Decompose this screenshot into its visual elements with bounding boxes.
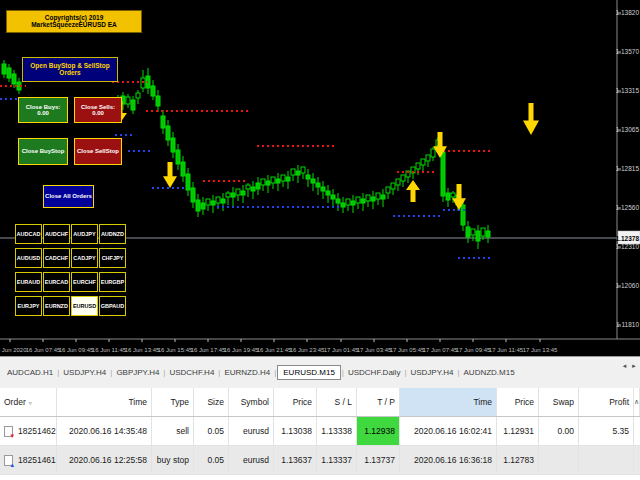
column-header-type[interactable]: Type [152, 388, 194, 416]
sell-signal-arrow-icon [163, 162, 177, 188]
pair-button-euraud[interactable]: EURAUD [15, 272, 42, 292]
candle-body [361, 199, 365, 203]
order-row-18251462[interactable]: ▾182514622020.06.16 14:35:48sell0.05euru… [0, 417, 640, 446]
order-row-18251461[interactable]: ▴182514612020.06.16 12:25:58buy stop0.05… [0, 446, 640, 475]
pair-button-cadchf[interactable]: CADCHF [43, 248, 70, 268]
open-buystop-sellstop-button[interactable]: Open BuyStop & SellStop Orders [22, 57, 118, 82]
candle-body [471, 229, 475, 235]
pair-button-gbpaud[interactable]: GBPAUD [99, 296, 126, 316]
candle-body [421, 159, 425, 165]
chart-tab-usdjpy.h4[interactable]: USDJPY.H4 [407, 367, 456, 378]
candle-body [186, 174, 190, 190]
pair-button-audchf[interactable]: AUDCHF [43, 224, 70, 244]
pair-button-eurusd[interactable]: EURUSD [71, 296, 98, 316]
price-axis-label: 1.12815 [616, 165, 640, 172]
candle-body [481, 228, 485, 236]
pair-button-audcad[interactable]: AUDCAD [15, 224, 42, 244]
candle-body [346, 199, 350, 205]
price-axis-label: 1.13570 [616, 48, 640, 55]
candle-body [446, 193, 450, 200]
column-header-time[interactable]: Time [400, 388, 497, 416]
pair-button-eurnzd[interactable]: EURNZD [43, 296, 70, 316]
cell-value: buy stop [157, 455, 189, 465]
close-buystop-button[interactable]: Close BuyStop [18, 138, 68, 165]
candle-body [356, 197, 360, 203]
candle-body [381, 195, 385, 199]
chart-pane[interactable]: 1.138201.135701.133151.130651.128151.125… [0, 0, 640, 356]
candle-body [286, 177, 290, 181]
column-header-swap[interactable]: Swap [539, 388, 579, 416]
candle-body [216, 197, 220, 203]
cell-value: 1.12938 [364, 426, 395, 436]
candle-body [461, 205, 465, 225]
cell-value: sell [176, 426, 189, 436]
time-axis-label: 17 Jun 13:45 [523, 347, 558, 353]
candle-body [271, 177, 275, 183]
column-header-order[interactable]: Order▿ [0, 388, 57, 416]
column-header-sl[interactable]: S / L [317, 388, 357, 416]
price-axis-label: 1.12560 [616, 204, 640, 211]
candle-body [321, 187, 325, 191]
pair-button-eurcad[interactable]: EURCAD [43, 272, 70, 292]
close-sellstop-button[interactable]: Close SellStop [74, 138, 122, 165]
candle-body [371, 197, 375, 201]
chart-tab-gbpjpy.h4[interactable]: GBPJPY.H4 [113, 367, 162, 378]
close-all-orders-button[interactable]: Close All Orders [43, 185, 94, 208]
candle-body [476, 231, 480, 241]
chart-tab-audcad.h1[interactable]: AUDCAD.H1 [4, 367, 56, 378]
time-axis-label: 16 Jun 17:45 [191, 347, 226, 353]
candle-body [296, 171, 300, 175]
chart-tab-audnzd.m15[interactable]: AUDNZD.M15 [461, 367, 518, 378]
candle-body [131, 100, 135, 110]
column-header-size[interactable]: Size [194, 388, 229, 416]
table-scroll-up-arrow[interactable]: ∧ [634, 388, 640, 416]
cell-value: 0.00 [557, 426, 574, 436]
time-axis-label: 16 Jun 2020 [0, 347, 27, 353]
pair-button-audusd[interactable]: AUDUSD [15, 248, 42, 268]
chart-tab-usdjpy.h4[interactable]: USDJPY.H4 [60, 367, 109, 378]
time-axis-label: 16 Jun 21:45 [257, 347, 292, 353]
pair-button-eurchf[interactable]: EURCHF [71, 272, 98, 292]
time-axis-label: 16 Jun 15:45 [158, 347, 193, 353]
candle-body [441, 152, 445, 196]
time-axis-label: 17 Jun 09:45 [456, 347, 491, 353]
mt4-window: 1.138201.135701.133151.130651.128151.125… [0, 0, 640, 480]
column-header-profit[interactable]: Profit [579, 388, 634, 416]
cell-value: 2020.06.16 16:36:18 [414, 455, 492, 465]
time-axis-label: 17 Jun 05:45 [390, 347, 425, 353]
candle-body [276, 179, 280, 183]
chart-tab-bar: AUDCAD.H1|USDJPY.H4|GBPJPY.H4|USDCHF.H4|… [0, 357, 640, 388]
sort-indicator-icon: ▿ [29, 399, 32, 406]
tab-scroll-arrows[interactable]: ◄ ► [621, 363, 638, 369]
sell-signal-arrow-icon [523, 103, 539, 135]
pair-button-cadjpy[interactable]: CADJPY [71, 248, 98, 268]
chart-tab-usdchf.h4[interactable]: USDCHF.H4 [166, 367, 217, 378]
chart-tab-eurusd.m15[interactable]: EURUSD.M15 [277, 365, 341, 380]
column-header-price[interactable]: Price [497, 388, 539, 416]
candle-body [376, 193, 380, 199]
column-header-symbol[interactable]: Symbol [229, 388, 274, 416]
cell-value: 0.05 [207, 426, 224, 436]
chart-tab-eurnzd.h4[interactable]: EURNZD.H4 [221, 367, 273, 378]
time-axis-label: 16 Jun 13:45 [125, 347, 160, 353]
candle-body [336, 199, 340, 203]
pair-button-eurjpy[interactable]: EURJPY [15, 296, 42, 316]
column-header-tp[interactable]: T / P [357, 388, 400, 416]
cell-value: 1.13038 [281, 426, 312, 436]
close-sells-button[interactable]: Close Sells: 0.00 [74, 97, 122, 123]
pair-button-chfjpy[interactable]: CHFJPY [99, 248, 126, 268]
candle-body [466, 227, 470, 237]
candle-body [156, 96, 160, 106]
cell-value: eurusd [243, 426, 269, 436]
candle-body [426, 155, 430, 161]
column-header-price[interactable]: Price [274, 388, 317, 416]
close-buys-button[interactable]: Close Buys: 0.00 [18, 97, 68, 123]
column-header-time[interactable]: Time [57, 388, 152, 416]
pair-button-audjpy[interactable]: AUDJPY [71, 224, 98, 244]
chart-tab-usdchf.daily[interactable]: USDCHF.Daily [345, 367, 403, 378]
pair-button-audnzd[interactable]: AUDNZD [99, 224, 126, 244]
candle-body [136, 93, 140, 98]
candle-body [181, 162, 185, 176]
table-header-row: Order▿TimeTypeSizeSymbolPriceS / LT / PT… [0, 388, 640, 417]
pair-button-eurgbp[interactable]: EURGBP [99, 272, 126, 292]
